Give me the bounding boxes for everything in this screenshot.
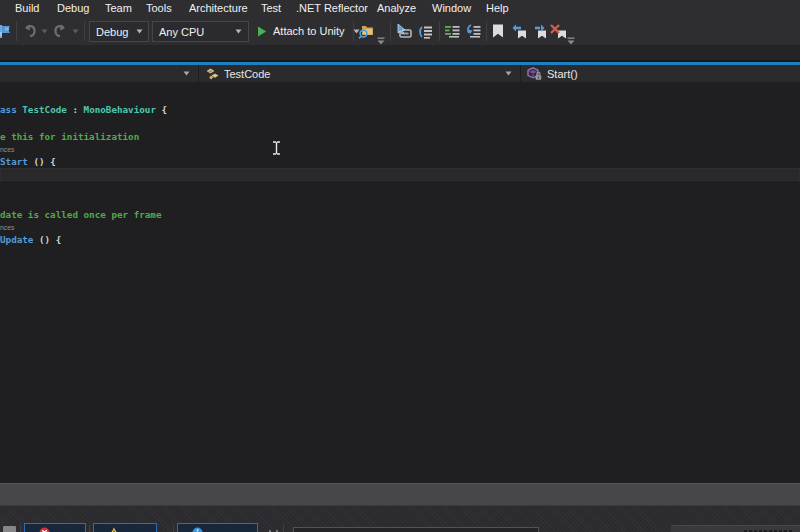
redo-icon[interactable] [52,19,69,43]
code-line[interactable] [0,90,800,103]
menu-item-team[interactable]: Team [105,0,132,17]
solution-platform-value: Any CPU [159,26,227,38]
menu-item-help[interactable]: Help [486,0,509,17]
bookmark-icon[interactable] [490,19,506,43]
solution-platform-combo[interactable]: Any CPU [152,21,249,42]
bottom-right-panel [671,525,800,532]
find-in-files-icon[interactable] [357,19,374,43]
solution-configuration-combo[interactable]: Debug [89,21,149,42]
code-area: ass TestCode : MonoBehaviour {e this for… [0,82,800,246]
member-dropdown-value: Start() [547,68,800,80]
code-line[interactable] [0,181,800,194]
menu-item-test[interactable]: Test [261,0,281,17]
warning-icon [108,527,120,532]
chevron-down-icon [136,29,143,34]
warnings-filter-button[interactable] [93,523,157,532]
attach-to-unity-button[interactable]: Attach to Unity [257,19,366,43]
type-dropdown[interactable]: TestCode [199,65,519,82]
menu-item-window[interactable]: Window [432,0,471,17]
menu-item-debug[interactable]: Debug [57,0,89,17]
code-line[interactable]: Update () { [0,233,800,246]
comment-icon[interactable] [443,19,461,43]
menu-item-analyze[interactable]: Analyze [377,0,416,17]
menu-item-tools[interactable]: Tools [146,0,172,17]
project-dropdown[interactable] [0,65,197,82]
undo-icon[interactable] [21,19,38,43]
visual-studio-window: BuildDebugTeamToolsArchitectureTest.NET … [0,0,800,532]
code-line[interactable]: date is called once per frame [0,208,800,221]
codelens-line[interactable]: nces [0,144,800,155]
toolbar: Debug Any CPU Attach to Unity [0,17,800,45]
codelens-line[interactable]: nces [0,222,800,233]
messages-filter-button[interactable] [177,523,258,532]
play-icon [257,26,267,37]
error-list-search-input[interactable] [293,527,539,532]
code-line[interactable]: Start () { [0,155,800,168]
info-icon [192,527,203,532]
document-tab-strip [0,45,800,60]
menu-item-architecture[interactable]: Architecture [189,0,248,17]
redo-dropdown-icon[interactable] [70,19,80,43]
chevron-down-icon [183,71,190,76]
class-icon [206,68,219,80]
panel-corner-chip [3,526,16,532]
navigation-bar: TestCode Start() [0,65,800,82]
code-editor[interactable]: ass TestCode : MonoBehaviour {e this for… [0,82,800,483]
method-icon [527,67,542,81]
next-bookmark-icon[interactable] [529,19,547,43]
error-icon [39,527,50,532]
attach-to-unity-label: Attach to Unity [273,25,345,37]
menu-item-build[interactable]: Build [15,0,39,17]
chevron-down-icon [235,29,242,34]
chevron-down-icon [505,71,512,76]
type-dropdown-value: TestCode [224,68,505,80]
previous-bookmark-icon[interactable] [509,19,527,43]
menu-bar: BuildDebugTeamToolsArchitectureTest.NET … [0,0,800,17]
parameter-info-icon[interactable] [416,19,434,43]
code-line[interactable]: ass TestCode : MonoBehaviour { [0,103,800,116]
undo-dropdown-icon[interactable] [39,19,49,43]
solution-configuration-value: Debug [96,26,128,38]
errors-filter-button[interactable] [24,523,86,532]
code-line[interactable]: e this for initialization [0,130,800,143]
flag-icon[interactable] [0,19,12,43]
member-dropdown[interactable]: Start() [521,65,800,82]
panel-splitter[interactable] [0,483,800,506]
uncomment-icon[interactable] [464,19,482,43]
clear-bookmarks-icon[interactable] [549,19,567,43]
menu-item-net-reflector[interactable]: .NET Reflector [296,0,368,17]
text-cursor-icon [272,141,281,155]
code-line[interactable] [0,117,800,130]
code-line[interactable] [0,195,800,208]
member-list-icon[interactable] [395,19,413,43]
code-line[interactable] [0,168,800,181]
error-list-panel [0,506,800,532]
